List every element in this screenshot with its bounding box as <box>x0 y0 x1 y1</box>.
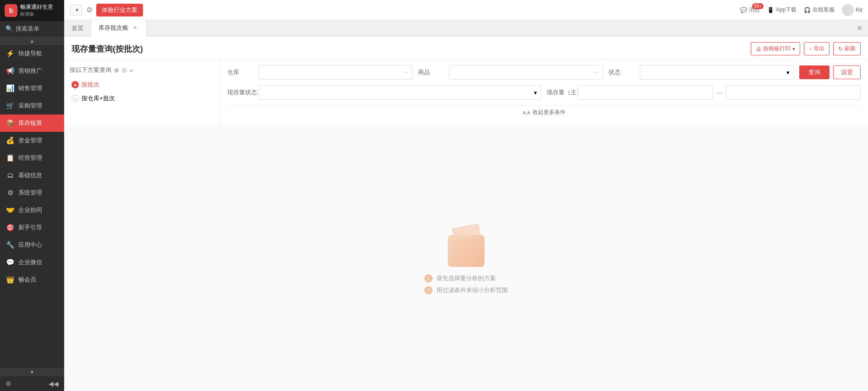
nav-label: 企业微信 <box>18 258 42 266</box>
messages-button[interactable]: 💬 消息 99+ <box>740 6 760 14</box>
nav-icon: 📢 <box>5 67 15 75</box>
stock-status-select[interactable]: ▾ <box>258 85 541 100</box>
message-icon: 💬 <box>740 7 747 13</box>
tab-home[interactable]: 首页 <box>64 20 91 37</box>
stock-qty-max-input[interactable] <box>726 85 861 100</box>
sidebar-item-应用中心[interactable]: 🔧应用中心 <box>0 236 64 254</box>
stock-qty-min-input[interactable] <box>578 85 713 100</box>
stock-status-label: 现存量状态 <box>227 88 255 97</box>
sidebar-item-新手引导[interactable]: 🎯新手引导 <box>0 219 64 236</box>
page-title: 现存量查询(按批次) <box>71 43 143 54</box>
scheme-item-by-batch[interactable]: ● 按批次 <box>64 78 220 92</box>
settings-footer-icon[interactable]: ⚙ <box>5 380 11 387</box>
nav-icon: 🔧 <box>5 241 15 249</box>
trial-button[interactable]: 体验行业方案 <box>96 4 143 16</box>
nav-label: 基础信息 <box>18 171 42 179</box>
scroll-down-arrow[interactable]: ▼ <box>0 368 64 376</box>
nav-label: 库存核算 <box>18 119 42 127</box>
query-button[interactable]: 查询 <box>799 65 830 79</box>
close-tab-right-button[interactable]: ✕ <box>851 24 868 33</box>
status-chevron-icon: ▾ <box>786 69 790 76</box>
nav-icon: ⚡ <box>5 49 15 58</box>
sidebar-item-系统管理[interactable]: ⚙系统管理 <box>0 184 64 201</box>
nav-icon: 🤝 <box>5 206 15 214</box>
settings-button[interactable]: 设置 <box>833 65 861 79</box>
filter-actions: 查询 设置 <box>799 65 861 79</box>
empty-box-graphic <box>448 235 484 267</box>
add-scheme-icon[interactable]: ⊕ <box>114 67 119 74</box>
nav-icon: 🛒 <box>5 102 15 110</box>
app-logo: b <box>5 4 17 17</box>
nav-label: 系统管理 <box>18 189 42 197</box>
topbar-gear-icon[interactable]: ⚙ <box>86 5 93 14</box>
hint-number-2: 2 <box>424 286 433 294</box>
product-input[interactable]: ··· <box>449 65 603 80</box>
topbar-left: ▾ ⚙ 体验行业方案 <box>70 4 736 16</box>
sidebar-item-销售管理[interactable]: 📊销售管理 <box>0 80 64 97</box>
sidebar-item-快捷导航[interactable]: ⚡快捷导航 <box>0 45 64 62</box>
refresh-label: 刷新 <box>845 45 856 53</box>
search-menu[interactable]: 🔍 搜索菜单 <box>0 21 64 37</box>
scheme-settings-icon[interactable]: ⊙ <box>122 67 127 74</box>
online-service-button[interactable]: 🎧 在线客服 <box>804 6 835 14</box>
tab-close-icon[interactable]: ✕ <box>131 24 139 32</box>
empty-hint-1: 1 请先选择要分析的方案 <box>424 274 508 282</box>
product-more-icon: ··· <box>594 69 599 76</box>
collapse-icon: ∧∧ <box>522 109 531 116</box>
nav-label: 销售管理 <box>18 84 42 92</box>
chevron-down-icon: ▾ <box>76 7 78 13</box>
app-download-button[interactable]: 📱 App下载 <box>767 6 797 14</box>
sidebar-item-企业微信[interactable]: 💬企业微信 <box>0 254 64 271</box>
empty-hints: 1 请先选择要分析的方案 2 用过滤条件来缩小分析范围 <box>424 274 508 294</box>
nav-label: 资金管理 <box>18 136 42 145</box>
print-label: 按模板打印 <box>763 45 791 53</box>
scheme-item-by-warehouse-batch[interactable]: ○ 按仓库+批次 <box>64 92 220 105</box>
stock-status-chevron-icon: ▾ <box>534 89 537 96</box>
collapse-label: 收起更多条件 <box>533 109 566 116</box>
filter-fields: 仓库 ··· 商品 ··· <box>220 60 868 125</box>
status-label: 状态 <box>609 68 636 76</box>
sidebar-item-基础信息[interactable]: 🗂基础信息 <box>0 167 64 184</box>
sidebar-item-采购管理[interactable]: 🛒采购管理 <box>0 97 64 114</box>
nav-icon: 📋 <box>5 154 15 162</box>
main-area: ▾ ⚙ 体验行业方案 💬 消息 99+ 📱 App下载 🎧 在线客服 Rit <box>64 0 868 391</box>
stock-status-filter: 现存量状态 ▾ <box>227 85 541 100</box>
warehouse-input[interactable]: ··· <box>258 65 412 80</box>
refresh-button[interactable]: ↻ 刷新 <box>833 42 861 55</box>
sidebar-item-经营管理[interactable]: 📋经营管理 <box>0 149 64 167</box>
hint-number-1: 1 <box>424 274 433 282</box>
sidebar-item-库存核算[interactable]: 📦库存核算 <box>0 114 64 132</box>
warehouse-label: 仓库 <box>227 68 255 76</box>
stock-qty-dash: — <box>716 89 722 96</box>
tabbar: 首页 库存批次账 ✕ ✕ <box>64 20 868 37</box>
search-icon: 🔍 <box>5 25 13 32</box>
service-label: 在线客服 <box>813 6 835 14</box>
sidebar-item-资金管理[interactable]: 💰资金管理 <box>0 132 64 149</box>
user-avatar-area[interactable]: Rit <box>842 4 863 16</box>
topbar-dropdown[interactable]: ▾ <box>70 5 82 16</box>
collapse-sidebar-icon[interactable]: ◀◀ <box>49 380 59 387</box>
sidebar-item-畅会员[interactable]: 👑畅会员 <box>0 271 64 288</box>
status-select[interactable]: ▾ <box>640 65 794 80</box>
filter-collapse-button[interactable]: ∧∧ 收起更多条件 <box>227 105 861 119</box>
nav-icon: 💰 <box>5 136 15 145</box>
nav-label: 新手引导 <box>18 223 42 232</box>
nav-label: 经营管理 <box>18 154 42 162</box>
export-button[interactable]: ↑ 导出 <box>804 42 830 55</box>
print-button[interactable]: 🖨 按模板打印 ▾ <box>751 42 800 55</box>
empty-state: 1 请先选择要分析的方案 2 用过滤条件来缩小分析范围 <box>64 125 868 391</box>
nav-icon: 📊 <box>5 84 15 92</box>
nav-icon: 👑 <box>5 276 15 284</box>
tab-inventory[interactable]: 库存批次账 ✕ <box>91 20 147 37</box>
collapse-left-icon[interactable]: « <box>130 67 133 74</box>
nav-label: 快捷导航 <box>18 49 42 58</box>
sidebar-item-企业协同[interactable]: 🤝企业协同 <box>0 201 64 219</box>
filter-row-1: 仓库 ··· 商品 ··· <box>227 65 861 80</box>
edition-label: 标准版 <box>20 11 53 17</box>
nav-label: 采购管理 <box>18 102 42 110</box>
sidebar-item-营销推广[interactable]: 📢营销推广 <box>0 62 64 80</box>
scheme-header-label: 按以下方案查询 <box>70 66 111 74</box>
scheme-selector: 按以下方案查询 ⊕ ⊙ « ● 按批次 ○ 按仓库+批次 <box>64 60 220 125</box>
scroll-up-arrow[interactable]: ▲ <box>0 37 64 45</box>
search-menu-label: 搜索菜单 <box>16 25 39 33</box>
